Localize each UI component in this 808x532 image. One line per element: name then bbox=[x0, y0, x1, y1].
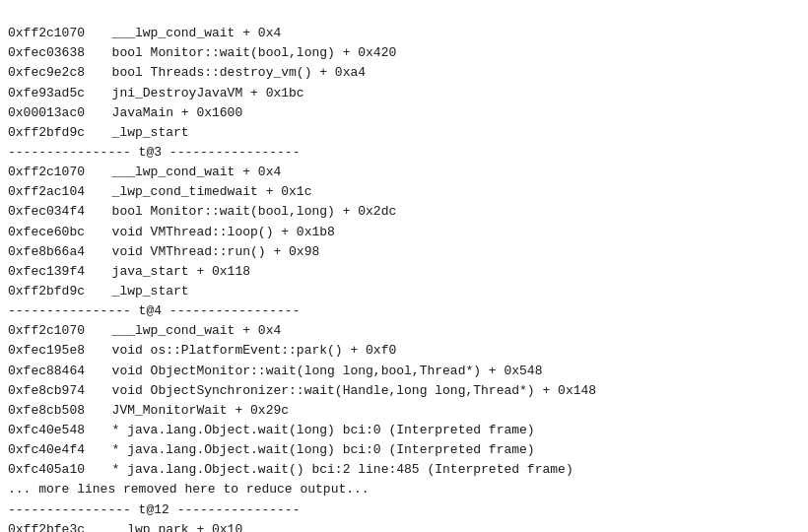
separator-text: ---------------- t@3 ----------------- bbox=[8, 143, 300, 163]
code-line: ---------------- t@4 ----------------- bbox=[8, 301, 800, 321]
instruction: JavaMain + 0x1600 bbox=[97, 103, 242, 123]
instruction: * java.lang.Object.wait(long) bci:0 (Int… bbox=[97, 421, 535, 440]
code-line: 0xfec9e2c8 bool Threads::destroy_vm() + … bbox=[8, 63, 800, 83]
address: 0xff2c1070 bbox=[8, 163, 97, 182]
instruction: void ObjectMonitor::wait(long long,bool,… bbox=[97, 362, 542, 381]
address: 0xfc405a10 bbox=[8, 460, 97, 480]
code-line: 0xff2c1070 ___lwp_cond_wait + 0x4 bbox=[8, 321, 800, 341]
instruction: * java.lang.Object.wait() bci:2 line:485… bbox=[97, 460, 573, 480]
code-line: 0xfec195e8 void os::PlatformEvent::park(… bbox=[8, 341, 800, 361]
instruction: void os::PlatformEvent::park() + 0xf0 bbox=[97, 341, 396, 361]
code-line: 0x00013ac0 JavaMain + 0x1600 bbox=[8, 103, 800, 123]
address: 0xfec9e2c8 bbox=[8, 63, 97, 83]
code-line: 0xfec03638 bool Monitor::wait(bool,long)… bbox=[8, 43, 800, 63]
address: 0xfece60bc bbox=[8, 223, 97, 242]
code-line: ---------------- t@12 ---------------- bbox=[8, 500, 800, 520]
instruction: jni_DestroyJavaVM + 0x1bc bbox=[97, 84, 304, 103]
address: 0xfec139f4 bbox=[8, 262, 97, 282]
code-line: 0xff2ac104 _lwp_cond_timedwait + 0x1c bbox=[8, 182, 800, 202]
address: 0xfe8b66a4 bbox=[8, 242, 97, 262]
address: 0xfe93ad5c bbox=[8, 84, 97, 103]
code-line: ... more lines removed here to reduce ou… bbox=[8, 480, 800, 499]
code-line: 0xfec139f4 java_start + 0x118 bbox=[8, 262, 800, 282]
instruction: bool Threads::destroy_vm() + 0xa4 bbox=[97, 63, 366, 83]
instruction: _lwp_start bbox=[97, 123, 189, 143]
code-output: 0xff2c1070 ___lwp_cond_wait + 0x40xfec03… bbox=[0, 0, 808, 532]
address: 0xff2bfd9c bbox=[8, 282, 97, 301]
instruction: java_start + 0x118 bbox=[97, 262, 250, 282]
code-line: 0xfe8cb508 JVM_MonitorWait + 0x29c bbox=[8, 401, 800, 421]
instruction: void VMThread::run() + 0x98 bbox=[97, 242, 319, 262]
instruction: JVM_MonitorWait + 0x29c bbox=[97, 401, 289, 421]
code-line: 0xff2bfd9c _lwp_start bbox=[8, 282, 800, 301]
address: 0xff2bfe3c bbox=[8, 520, 97, 532]
instruction: bool Monitor::wait(bool,long) + 0x420 bbox=[97, 43, 396, 63]
separator-text: ---------------- t@4 ----------------- bbox=[8, 301, 300, 321]
code-line: 0xfec034f4 bool Monitor::wait(bool,long)… bbox=[8, 202, 800, 222]
code-line: ---------------- t@3 ----------------- bbox=[8, 143, 800, 163]
address: 0xfc40e4f4 bbox=[8, 440, 97, 460]
address: 0xff2c1070 bbox=[8, 24, 97, 43]
address: 0xff2bfd9c bbox=[8, 123, 97, 143]
separator-text: ---------------- t@12 ---------------- bbox=[8, 500, 300, 520]
instruction: ___lwp_cond_wait + 0x4 bbox=[97, 321, 281, 341]
address: 0xfe8cb974 bbox=[8, 381, 97, 401]
instruction: _lwp_start bbox=[97, 282, 189, 301]
code-line: 0xfece60bc void VMThread::loop() + 0x1b8 bbox=[8, 223, 800, 242]
instruction: _lwp_cond_timedwait + 0x1c bbox=[97, 182, 311, 202]
instruction: __lwp_park + 0x10 bbox=[97, 520, 242, 532]
address: 0xff2ac104 bbox=[8, 182, 97, 202]
code-line: 0xfe93ad5c jni_DestroyJavaVM + 0x1bc bbox=[8, 84, 800, 103]
code-line: 0xfc40e548 * java.lang.Object.wait(long)… bbox=[8, 421, 800, 440]
address: 0xfec03638 bbox=[8, 43, 97, 63]
instruction: void ObjectSynchronizer::wait(Handle,lon… bbox=[97, 381, 596, 401]
separator-text: ... more lines removed here to reduce ou… bbox=[8, 480, 370, 499]
code-line: 0xff2bfd9c _lwp_start bbox=[8, 123, 800, 143]
instruction: ___lwp_cond_wait + 0x4 bbox=[97, 163, 281, 182]
code-line: 0xfe8b66a4 void VMThread::run() + 0x98 bbox=[8, 242, 800, 262]
instruction: bool Monitor::wait(bool,long) + 0x2dc bbox=[97, 202, 396, 222]
code-line: 0xfc40e4f4 * java.lang.Object.wait(long)… bbox=[8, 440, 800, 460]
instruction: * java.lang.Object.wait(long) bci:0 (Int… bbox=[97, 440, 535, 460]
address: 0xfec034f4 bbox=[8, 202, 97, 222]
address: 0xff2c1070 bbox=[8, 321, 97, 341]
code-line: 0xfec88464 void ObjectMonitor::wait(long… bbox=[8, 362, 800, 381]
address: 0x00013ac0 bbox=[8, 103, 97, 123]
code-line: 0xff2bfe3c __lwp_park + 0x10 bbox=[8, 520, 800, 532]
instruction: ___lwp_cond_wait + 0x4 bbox=[97, 24, 281, 43]
code-line: 0xff2c1070 ___lwp_cond_wait + 0x4 bbox=[8, 24, 800, 43]
code-line: 0xff2c1070 ___lwp_cond_wait + 0x4 bbox=[8, 163, 800, 182]
address: 0xfec195e8 bbox=[8, 341, 97, 361]
address: 0xfc40e548 bbox=[8, 421, 97, 440]
instruction: void VMThread::loop() + 0x1b8 bbox=[97, 223, 335, 242]
address: 0xfec88464 bbox=[8, 362, 97, 381]
address: 0xfe8cb508 bbox=[8, 401, 97, 421]
code-line: 0xfe8cb974 void ObjectSynchronizer::wait… bbox=[8, 381, 800, 401]
code-line: 0xfc405a10 * java.lang.Object.wait() bci… bbox=[8, 460, 800, 480]
